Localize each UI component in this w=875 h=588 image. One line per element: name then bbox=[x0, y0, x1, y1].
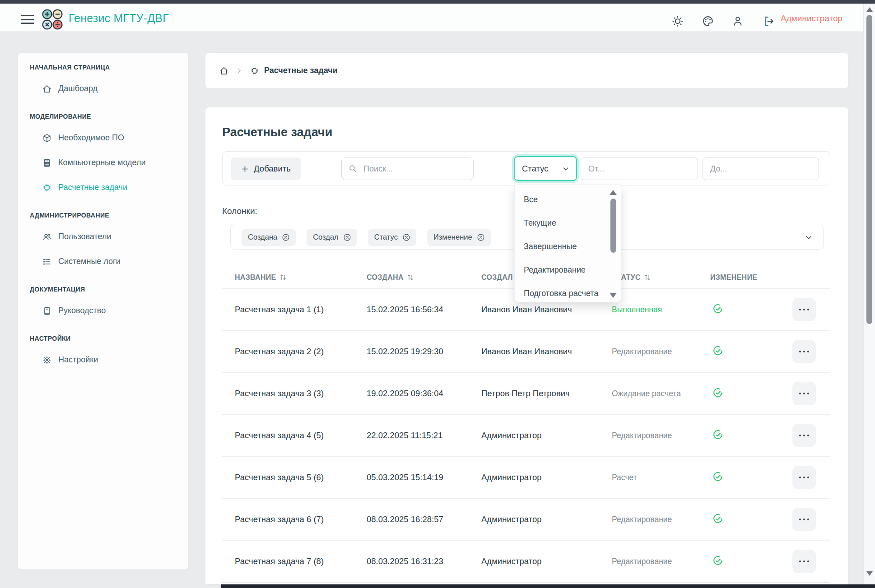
cell-created-date: 08.03.2025 16:28:57 bbox=[367, 514, 481, 524]
cell-status: Ожидание расчета bbox=[612, 389, 710, 398]
horizontal-scrollbar[interactable] bbox=[221, 584, 875, 588]
remove-icon[interactable] bbox=[343, 233, 352, 242]
row-actions-button[interactable] bbox=[792, 382, 816, 405]
check-circle-icon bbox=[712, 303, 724, 315]
check-circle-icon bbox=[712, 387, 724, 398]
cell-created-date: 19.02.2025 09:36:04 bbox=[367, 389, 481, 398]
add-button[interactable]: Добавить bbox=[231, 157, 301, 180]
sidebar-item-home[interactable]: Дашбоард bbox=[18, 76, 188, 101]
column-header[interactable]: СОЗДАНА bbox=[367, 273, 481, 282]
remove-icon[interactable] bbox=[281, 233, 290, 242]
sidebar-item-calculator[interactable]: Компьютерные модели bbox=[18, 150, 188, 175]
sidebar-section-label: АДМИНИСТРИРОВАНИЕ bbox=[30, 212, 188, 219]
chip-icon bbox=[250, 66, 260, 76]
scroll-up-icon[interactable] bbox=[866, 7, 873, 12]
home-icon[interactable] bbox=[219, 66, 229, 76]
table-row[interactable]: Расчетная задача 2 (2)15.02.2025 19:29:3… bbox=[222, 331, 830, 373]
row-actions-button[interactable] bbox=[792, 340, 816, 363]
status-option[interactable]: Все bbox=[515, 188, 621, 211]
sidebar-item-chip[interactable]: Расчетные задачи bbox=[18, 175, 188, 200]
table-row[interactable]: Расчетная задача 4 (5)22.02.2025 11:15:2… bbox=[222, 415, 830, 457]
remove-icon[interactable] bbox=[476, 233, 485, 242]
cell-status: Редактирование bbox=[612, 557, 710, 566]
column-chip-label: Создал bbox=[313, 233, 339, 241]
table-row[interactable]: Расчетная задача 6 (7)08.03.2025 16:28:5… bbox=[222, 499, 830, 541]
column-header[interactable]: НАЗВАНИЕ bbox=[235, 273, 367, 282]
cell-created-date: 15.02.2025 16:56:34 bbox=[367, 305, 481, 315]
user-role-label[interactable]: Администратор bbox=[781, 14, 842, 23]
status-option[interactable]: Текущие bbox=[515, 211, 621, 235]
sort-icon[interactable] bbox=[279, 273, 287, 281]
users-icon bbox=[42, 232, 52, 242]
sidebar-item-label: Компьютерные модели bbox=[58, 158, 146, 167]
sidebar-item-label: Пользователи bbox=[58, 232, 111, 241]
cell-change bbox=[710, 555, 792, 568]
theme-sun-icon[interactable] bbox=[671, 14, 684, 28]
cell-change bbox=[710, 303, 792, 316]
sidebar-section: МОДЕЛИРОВАНИЕНеобходимое ПОКомпьютерные … bbox=[18, 113, 188, 200]
column-chip-label: Создана bbox=[248, 233, 277, 241]
row-actions-button[interactable] bbox=[792, 424, 816, 447]
row-actions-button[interactable] bbox=[792, 550, 816, 573]
sidebar-item-users[interactable]: Пользователи bbox=[18, 224, 188, 249]
chevron-down-icon[interactable] bbox=[804, 233, 813, 242]
breadcrumb-current[interactable]: Расчетные задачи bbox=[264, 66, 338, 75]
column-header: ИЗМЕНЕНИЕ bbox=[710, 273, 792, 282]
sidebar-item-list[interactable]: Системные логи bbox=[18, 249, 188, 274]
status-option[interactable]: Подготовка расчета bbox=[515, 282, 621, 305]
status-dropdown: ВсеТекущиеЗавершенныеРедактированиеПодго… bbox=[514, 185, 621, 302]
dropdown-scrollbar-thumb[interactable] bbox=[610, 199, 616, 253]
scrollbar-thumb[interactable] bbox=[866, 15, 872, 324]
table-row[interactable]: Расчетная задача 5 (6)05.03.2025 15:14:1… bbox=[222, 457, 830, 499]
column-chip: Создал bbox=[307, 229, 357, 246]
cell-task-name: Расчетная задача 6 (7) bbox=[235, 514, 367, 524]
app-title: Генезис МГТУ-ДВГ bbox=[69, 12, 169, 25]
date-from-input[interactable] bbox=[581, 157, 698, 180]
status-option[interactable]: Редактирование bbox=[515, 258, 621, 282]
date-to-input[interactable] bbox=[703, 157, 819, 180]
page-scrollbar[interactable] bbox=[863, 4, 875, 584]
cell-task-name: Расчетная задача 2 (2) bbox=[235, 347, 367, 357]
dropdown-scroll-down-icon[interactable] bbox=[610, 293, 617, 298]
remove-icon[interactable] bbox=[402, 233, 411, 242]
row-actions-button[interactable] bbox=[792, 298, 816, 321]
row-actions-button[interactable] bbox=[792, 508, 816, 531]
cell-change bbox=[710, 471, 792, 484]
sidebar-item-package[interactable]: Необходимое ПО bbox=[18, 125, 188, 150]
table-row[interactable]: Расчетная задача 7 (8)08.03.2025 16:31:2… bbox=[222, 541, 830, 583]
user-icon[interactable] bbox=[731, 14, 745, 28]
cell-created-date: 05.03.2025 15:14:19 bbox=[367, 472, 481, 482]
list-icon bbox=[42, 257, 52, 267]
cell-change bbox=[710, 387, 792, 400]
sort-icon[interactable] bbox=[644, 273, 651, 281]
row-actions-button[interactable] bbox=[792, 466, 816, 489]
sort-icon[interactable] bbox=[407, 273, 414, 281]
sidebar-item-gear[interactable]: Настройки bbox=[18, 347, 188, 372]
cell-task-name: Расчетная задача 7 (8) bbox=[235, 556, 367, 566]
menu-icon[interactable] bbox=[21, 15, 34, 24]
column-header-label: НАЗВАНИЕ bbox=[235, 273, 276, 282]
search-input[interactable] bbox=[341, 157, 474, 180]
column-header[interactable]: СТАТУС bbox=[612, 273, 710, 282]
status-select[interactable]: Статус bbox=[514, 156, 577, 181]
cell-creator: Администратор bbox=[481, 556, 612, 566]
sidebar-item-label: Настройки bbox=[58, 355, 98, 365]
status-option[interactable]: Завершенные bbox=[515, 235, 621, 258]
table-body: Расчетная задача 1 (1)15.02.2025 16:56:3… bbox=[222, 289, 830, 583]
sidebar-section-label: МОДЕЛИРОВАНИЕ bbox=[30, 113, 188, 120]
check-circle-icon bbox=[712, 513, 724, 524]
table-row[interactable]: Расчетная задача 3 (3)19.02.2025 09:36:0… bbox=[222, 373, 830, 415]
palette-icon[interactable] bbox=[701, 14, 715, 28]
plus-icon bbox=[241, 165, 249, 173]
cell-change bbox=[710, 345, 792, 358]
sidebar: НАЧАЛЬНАЯ СТРАНИЦАДашбоардМОДЕЛИРОВАНИЕН… bbox=[18, 53, 188, 569]
column-chip: Изменение bbox=[427, 229, 491, 246]
sidebar-item-book[interactable]: Руководство bbox=[18, 298, 188, 323]
dropdown-scroll-up-icon[interactable] bbox=[610, 190, 617, 195]
sidebar-section-label: НАСТРОЙКИ bbox=[30, 335, 188, 342]
logout-icon[interactable] bbox=[762, 14, 776, 28]
scroll-down-icon[interactable] bbox=[866, 571, 873, 576]
column-chip-label: Статус bbox=[374, 233, 398, 241]
sidebar-item-label: Системные логи bbox=[58, 257, 121, 266]
column-chip-label: Изменение bbox=[433, 233, 472, 241]
